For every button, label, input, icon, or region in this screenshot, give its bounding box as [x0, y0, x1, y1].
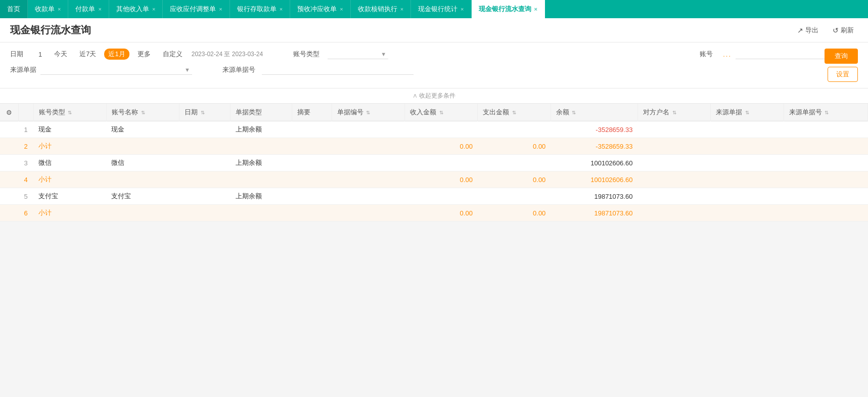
sort-icon: ⇅	[745, 110, 749, 115]
date-today[interactable]: 今天	[50, 49, 71, 60]
nav-prepay[interactable]: 预收冲应收单 ×	[290, 0, 350, 18]
nav-payment[interactable]: 付款单 ×	[68, 0, 109, 18]
cell-expense	[478, 188, 551, 205]
cell-account-type: 微信	[33, 155, 106, 171]
close-icon[interactable]: ×	[340, 6, 343, 12]
cell-account-name	[106, 171, 179, 188]
nav-home[interactable]: 首页	[0, 0, 28, 18]
cell-source-doc	[711, 138, 784, 155]
close-icon[interactable]: ×	[219, 6, 222, 12]
nav-cash-stats[interactable]: 现金银行统计 ×	[411, 0, 471, 18]
cell-income: 0.00	[404, 205, 477, 222]
account-type-select-wrapper: 现金 微信 支付宝 ▼	[328, 49, 388, 59]
cell-balance: -3528659.33	[551, 121, 637, 138]
sort-icon: ⇅	[141, 110, 145, 115]
settings-button[interactable]: 设置	[828, 67, 858, 82]
col-account-name[interactable]: 账号名称 ⇅	[106, 104, 179, 121]
row-num-cell: 3	[18, 155, 33, 171]
cell-balance: -3528659.33	[551, 138, 637, 155]
date-custom[interactable]: 自定义	[159, 49, 187, 60]
cell-source-doc	[711, 171, 784, 188]
date-7days[interactable]: 近7天	[75, 49, 100, 60]
col-summary: 摘要	[292, 104, 332, 121]
cell-summary	[292, 205, 332, 222]
source-doc-select[interactable]	[40, 65, 192, 75]
cell-income: 0.00	[404, 171, 477, 188]
cell-account-type: 小计	[33, 138, 106, 155]
cell-account-type: 现金	[33, 121, 106, 138]
refresh-icon: ↺	[833, 26, 839, 34]
cell-account-name: 支付宝	[106, 188, 179, 205]
cell-doc-type: 上期余额	[231, 155, 292, 171]
sort-icon: ⇅	[68, 110, 72, 115]
cell-doc-no	[332, 171, 404, 188]
cell-expense: 0.00	[478, 205, 551, 222]
cell-income	[404, 155, 477, 171]
row-gear-cell	[0, 171, 18, 188]
col-date[interactable]: 日期 ⇅	[179, 104, 231, 121]
col-balance[interactable]: 余额 ⇅	[551, 104, 637, 121]
col-expense[interactable]: 支出金额 ⇅	[478, 104, 551, 121]
cell-doc-type	[231, 138, 292, 155]
nav-other-income[interactable]: 其他收入单 ×	[109, 0, 163, 18]
close-icon[interactable]: ×	[152, 6, 155, 12]
cell-doc-no	[332, 205, 404, 222]
close-icon[interactable]: ×	[58, 6, 61, 12]
close-icon[interactable]: ×	[400, 6, 403, 12]
nav-receipt[interactable]: 收款单 ×	[28, 0, 68, 18]
account-type-select[interactable]: 现金 微信 支付宝	[328, 49, 388, 59]
cell-income	[404, 121, 477, 138]
source-doc-num-input[interactable]	[262, 65, 414, 75]
source-doc-select-wrapper: ▼	[40, 65, 192, 75]
cell-account-type: 小计	[33, 205, 106, 222]
page-header: 现金银行流水查询 ↗ 导出 ↺ 刷新	[0, 18, 868, 42]
sort-icon: ⇅	[825, 110, 829, 115]
cell-counterparty	[637, 171, 710, 188]
collapse-bar[interactable]: ∧ 收起更多条件	[0, 89, 868, 104]
cell-balance: 19871073.60	[551, 205, 637, 222]
date-1month[interactable]: 近1月	[104, 49, 129, 60]
nav-adjust[interactable]: 应收应付调整单 ×	[163, 0, 230, 18]
collapse-label: 收起更多条件	[419, 92, 455, 99]
cell-source-doc	[711, 205, 784, 222]
cell-balance: 19871073.60	[551, 188, 637, 205]
nav-bank-deposit[interactable]: 银行存取款单 ×	[230, 0, 290, 18]
account-label: 账号	[700, 50, 715, 59]
col-doc-no[interactable]: 单据编号 ⇅	[332, 104, 404, 121]
date-options: 1 今天 近7天 近1月 更多 自定义	[34, 49, 187, 60]
nav-collection[interactable]: 收款核销执行 ×	[351, 0, 411, 18]
col-income[interactable]: 收入金额 ⇅	[404, 104, 477, 121]
cell-account-name	[106, 138, 179, 155]
col-gear[interactable]: ⚙	[0, 104, 18, 121]
account-more-btn[interactable]: ...	[723, 51, 732, 58]
date-yesterday[interactable]: 1	[34, 50, 46, 59]
table-row: 1 现金 现金 上期余额 -3528659.33	[0, 121, 868, 138]
export-button[interactable]: ↗ 导出	[793, 24, 823, 37]
nav-cash-flow[interactable]: 现金银行流水查询 ×	[472, 0, 545, 18]
query-button[interactable]: 查询	[825, 49, 858, 64]
date-more[interactable]: 更多	[133, 49, 155, 60]
close-icon[interactable]: ×	[280, 6, 283, 12]
account-input[interactable]	[736, 49, 825, 59]
cell-expense: 0.00	[478, 138, 551, 155]
cell-expense: 0.00	[478, 171, 551, 188]
col-account-type[interactable]: 账号类型 ⇅	[33, 104, 106, 121]
cell-source-doc-no	[784, 205, 867, 222]
col-counterparty[interactable]: 对方户名 ⇅	[637, 104, 710, 121]
col-source-doc-no[interactable]: 来源单据号 ⇅	[784, 104, 867, 121]
col-source-doc[interactable]: 来源单据 ⇅	[711, 104, 784, 121]
close-icon[interactable]: ×	[461, 6, 464, 12]
cell-account-type: 支付宝	[33, 188, 106, 205]
cell-doc-type: 上期余额	[231, 121, 292, 138]
cell-counterparty	[637, 205, 710, 222]
date-filter-label: 日期	[10, 50, 30, 59]
cell-doc-no	[332, 138, 404, 155]
close-icon[interactable]: ×	[98, 6, 101, 12]
cell-source-doc-no	[784, 188, 867, 205]
table-container: ⚙ 账号类型 ⇅ 账号名称 ⇅ 日期 ⇅ 单据类型 摘要 单据编号 ⇅ 收入金额…	[0, 104, 868, 222]
refresh-button[interactable]: ↺ 刷新	[829, 24, 858, 37]
action-buttons: 查询 设置	[825, 49, 858, 82]
cell-balance: 100102606.60	[551, 155, 637, 171]
close-icon[interactable]: ×	[534, 6, 537, 12]
cell-doc-no	[332, 155, 404, 171]
